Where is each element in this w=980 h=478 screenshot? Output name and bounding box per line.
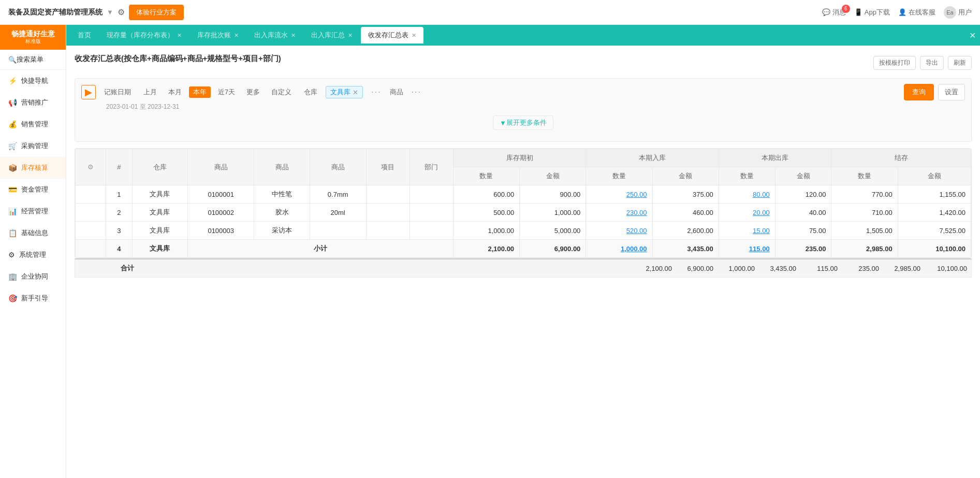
row2-opening-qty: 500.00	[453, 204, 519, 222]
sidebar-item-quick-nav[interactable]: ⚡ 快捷导航	[0, 70, 66, 92]
th-warehouse: 仓库	[132, 149, 187, 185]
sidebar-item-system[interactable]: ⚙ 系统管理	[0, 244, 66, 266]
tab-inventory-dist-label: 现存量（库存分布表）	[107, 31, 174, 40]
row1-checkbox[interactable]	[76, 185, 106, 204]
row2-in-amt: 460.00	[652, 204, 719, 222]
tab-recv-send-summary[interactable]: 收发存汇总表 ✕	[361, 27, 423, 44]
th-settings[interactable]: ⚙	[76, 149, 106, 185]
row3-opening-qty: 1,000.00	[453, 222, 519, 240]
sidebar-item-inventory[interactable]: 📦 库存核算	[0, 157, 66, 179]
th-in-group: 本期入库	[586, 149, 719, 167]
user-btn[interactable]: Ea 用户	[944, 6, 972, 19]
total-footer: 合计 2,100.00 6,900.00 1,000.00 3,435.00 1…	[75, 258, 972, 278]
table-settings-icon[interactable]: ⚙	[87, 163, 94, 171]
filter-arrow-btn[interactable]: ▶	[81, 85, 96, 99]
row1-out-qty[interactable]: 80.00	[719, 185, 775, 204]
subtotal-in-qty[interactable]: 1,000.00	[586, 240, 652, 258]
row2-out-qty[interactable]: 20.00	[719, 204, 775, 222]
tab-in-out-flow[interactable]: 出入库流水 ✕	[247, 27, 303, 44]
sidebar-item-purchase[interactable]: 🛒 采购管理	[0, 135, 66, 157]
row3-in-qty-link[interactable]: 520.00	[626, 227, 647, 235]
export-button[interactable]: 导出	[920, 56, 944, 70]
row1-opening-amt: 900.00	[520, 185, 586, 204]
sidebar-item-guide[interactable]: 🎯 新手引导	[0, 287, 66, 309]
row3-in-qty[interactable]: 520.00	[586, 222, 652, 240]
tab-batch-ledger-close[interactable]: ✕	[234, 32, 239, 39]
tab-home[interactable]: 首页	[70, 27, 98, 44]
sidebar-guide-label: 新手引导	[21, 294, 48, 303]
row1-warehouse: 文具库	[132, 185, 187, 204]
app-download-btn[interactable]: 📱 App下载	[854, 8, 890, 17]
tab-in-out-summary-close[interactable]: ✕	[348, 32, 353, 39]
row3-out-qty[interactable]: 15.00	[719, 222, 775, 240]
tab-recv-send-summary-close[interactable]: ✕	[412, 32, 416, 39]
row2-checkbox[interactable]	[76, 204, 106, 222]
total-opening-amt: 6,900.00	[672, 265, 713, 272]
subtotal-out-qty[interactable]: 115.00	[719, 240, 775, 258]
sidebar-item-search[interactable]: 🔍 搜索菜单	[0, 50, 66, 70]
date-btn-this-month[interactable]: 本月	[164, 86, 186, 98]
date-btn-this-year[interactable]: 本年	[189, 86, 211, 98]
row1-in-qty[interactable]: 250.00	[586, 185, 652, 204]
row3-department	[409, 222, 453, 240]
date-btn-prev-month[interactable]: 上月	[139, 86, 161, 98]
row3-out-qty-link[interactable]: 15.00	[753, 227, 770, 235]
sidebar-finance-label: 资金管理	[21, 185, 48, 194]
sidebar-business-label: 经营管理	[21, 207, 48, 216]
sidebar-item-basic-info[interactable]: 📋 基础信息	[0, 222, 66, 244]
query-button[interactable]: 查询	[904, 84, 934, 100]
subtotal-row: 4 文具库 小计 2,100.00 6,900.00 1,000.00 3,43…	[76, 240, 971, 258]
tab-inventory-dist[interactable]: 现存量（库存分布表） ✕	[99, 27, 189, 44]
row1-goods-name: 中性笔	[254, 185, 310, 204]
date-btn-custom[interactable]: 自定义	[267, 86, 296, 98]
row2-out-amt: 40.00	[775, 204, 831, 222]
sidebar-item-finance[interactable]: 💳 资金管理	[0, 179, 66, 200]
sidebar-item-marketing[interactable]: 📢 营销推广	[0, 92, 66, 113]
tab-in-out-flow-close[interactable]: ✕	[291, 32, 296, 39]
sidebar-inventory-label: 库存核算	[21, 163, 48, 172]
sidebar-item-enterprise[interactable]: 🏢 企业协同	[0, 266, 66, 287]
total-out-qty: 115.00	[796, 265, 838, 272]
tab-bar-close-btn[interactable]: ✕	[969, 31, 976, 40]
expand-conditions-btn[interactable]: ▼ 展开更多条件	[493, 115, 553, 130]
tab-batch-ledger[interactable]: 库存批次账 ✕	[190, 27, 246, 44]
row1-out-qty-link[interactable]: 80.00	[753, 191, 770, 198]
print-button[interactable]: 按模板打印	[873, 56, 916, 70]
messages-btn[interactable]: 💬 消息 6	[822, 8, 846, 17]
date-btn-7days[interactable]: 近7天	[214, 86, 239, 98]
subtotal-in-qty-link[interactable]: 1,000.00	[621, 245, 647, 253]
date-btn-more[interactable]: 更多	[242, 86, 264, 98]
trial-button[interactable]: 体验行业方案	[129, 5, 184, 20]
top-bar: 装备及固定资产辅助管理系统 ▼ ⚙ 体验行业方案 💬 消息 6 📱 App下载 …	[0, 0, 980, 25]
row2-out-qty-link[interactable]: 20.00	[753, 209, 770, 216]
sidebar-enterprise-label: 企业协同	[21, 272, 48, 281]
row3-warehouse: 文具库	[132, 222, 187, 240]
row2-closing-qty: 710.00	[831, 204, 898, 222]
row3-checkbox[interactable]	[76, 222, 106, 240]
row2-index: 2	[106, 204, 133, 222]
th-goods-code: 商品	[188, 149, 254, 185]
tab-inventory-dist-close[interactable]: ✕	[177, 32, 182, 39]
online-service-btn[interactable]: 👤 在线客服	[898, 8, 935, 17]
settings-icon[interactable]: ⚙	[118, 7, 125, 17]
sidebar-item-business[interactable]: 📊 经营管理	[0, 200, 66, 222]
warehouse-tag-remove[interactable]: ✕	[353, 89, 358, 96]
goods-more-btn[interactable]: ···	[412, 88, 421, 97]
row2-in-qty-link[interactable]: 230.00	[626, 209, 647, 216]
subtotal-warehouse: 文具库	[132, 240, 187, 258]
tab-in-out-summary[interactable]: 出入库汇总 ✕	[304, 27, 360, 44]
date-filter-label: 记账日期	[104, 88, 131, 97]
subtotal-out-qty-link[interactable]: 115.00	[749, 245, 770, 253]
table-row: 1 文具库 0100001 中性笔 0.7mm 600.00 900.00 25…	[76, 185, 971, 204]
th-out-qty: 数量	[719, 167, 775, 185]
sidebar-item-sales[interactable]: 💰 销售管理	[0, 113, 66, 135]
row2-in-qty[interactable]: 230.00	[586, 204, 652, 222]
refresh-button[interactable]: 刷新	[948, 56, 972, 70]
th-out-amt: 金额	[775, 167, 831, 185]
row3-goods-name: 采访本	[254, 222, 310, 240]
system-dropdown-icon[interactable]: ▼	[107, 8, 113, 16]
warehouse-tag: 文具库 ✕	[326, 86, 363, 98]
warehouse-more-btn[interactable]: ···	[371, 88, 381, 97]
row1-in-qty-link[interactable]: 250.00	[626, 191, 647, 198]
settings-button[interactable]: 设置	[938, 84, 965, 100]
